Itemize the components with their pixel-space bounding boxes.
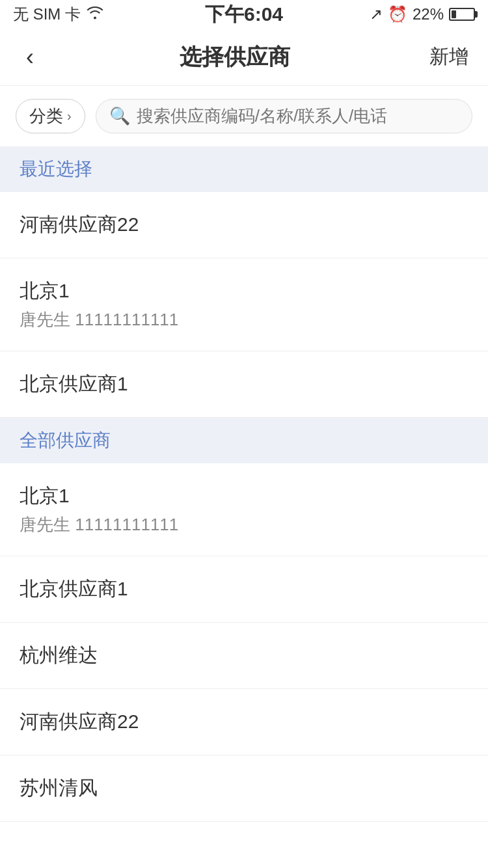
list-item[interactable]: 河南供应商22 <box>0 689 488 755</box>
no-sim-text: 无 SIM 卡 <box>13 4 81 25</box>
status-time: 下午6:04 <box>205 1 283 28</box>
list-item[interactable]: 北京1唐先生 11111111111 <box>0 258 488 351</box>
item-sub: 唐先生 11111111111 <box>20 308 468 331</box>
search-input[interactable] <box>137 106 459 126</box>
recent-section-header: 最近选择 <box>0 146 488 192</box>
item-name: 杭州维达 <box>20 642 468 669</box>
item-sub: 唐先生 11111111111 <box>20 513 468 536</box>
status-right: ↗ ⏰ 22% <box>370 5 475 23</box>
list-item[interactable]: 河南供应商22 <box>0 192 488 258</box>
list-item[interactable]: 北京供应商1 <box>0 556 488 623</box>
status-left: 无 SIM 卡 <box>13 4 104 25</box>
item-name: 北京供应商1 <box>20 576 468 603</box>
item-name: 北京1 <box>20 278 468 305</box>
category-filter[interactable]: 分类 › <box>16 99 85 133</box>
wifi-icon <box>86 5 104 23</box>
item-name: 河南供应商22 <box>20 211 468 238</box>
item-name: 北京供应商1 <box>20 371 468 398</box>
item-name: 苏州清风 <box>20 775 468 802</box>
list-item[interactable]: 北京供应商1 <box>0 351 488 418</box>
recent-list: 河南供应商22北京1唐先生 11111111111北京供应商1 <box>0 192 488 418</box>
category-label: 分类 <box>29 105 63 128</box>
location-icon: ↗ <box>370 5 383 23</box>
add-button[interactable]: 新增 <box>429 44 468 70</box>
item-name: 河南供应商22 <box>20 709 468 735</box>
all-list: 北京1唐先生 11111111111北京供应商1杭州维达河南供应商22苏州清风 <box>0 463 488 822</box>
list-item[interactable]: 北京1唐先生 11111111111 <box>0 463 488 556</box>
battery-icon <box>449 8 475 21</box>
item-name: 北京1 <box>20 483 468 509</box>
status-bar: 无 SIM 卡 下午6:04 ↗ ⏰ 22% <box>0 0 488 29</box>
back-button[interactable]: ‹ <box>20 37 40 77</box>
battery-percent: 22% <box>413 5 444 23</box>
nav-bar: ‹ 选择供应商 新增 <box>0 29 488 86</box>
all-section-header: 全部供应商 <box>0 418 488 463</box>
alarm-icon: ⏰ <box>388 5 407 23</box>
chevron-right-icon: › <box>67 109 72 124</box>
list-item[interactable]: 苏州清风 <box>0 755 488 822</box>
search-box[interactable]: 🔍 <box>96 99 472 133</box>
page-title: 选择供应商 <box>180 42 290 72</box>
filter-bar: 分类 › 🔍 <box>0 86 488 146</box>
list-item[interactable]: 杭州维达 <box>0 623 488 689</box>
search-icon: 🔍 <box>109 106 130 126</box>
